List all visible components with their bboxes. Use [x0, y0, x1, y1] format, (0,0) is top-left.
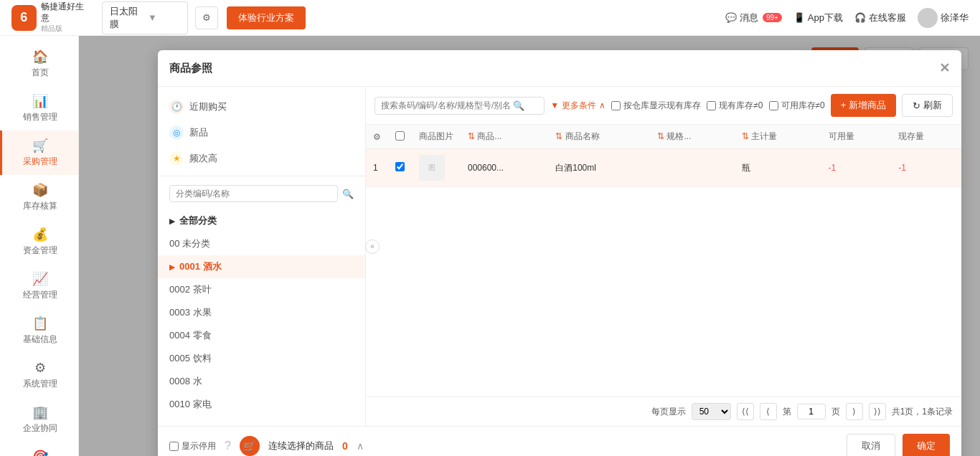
recent-purchase-item[interactable]: 🕐 近期购买 — [158, 94, 365, 120]
prev-page-button[interactable]: ⟨ — [760, 403, 777, 420]
logo-tag: 精品版 — [41, 24, 90, 34]
category-item-water[interactable]: 0008 水 — [158, 370, 365, 393]
settings-button[interactable]: ⚙ — [195, 6, 218, 29]
th-product-code[interactable]: ⇅ 商品... — [461, 125, 548, 149]
sidebar-item-business[interactable]: 📈 经营管理 — [0, 264, 78, 308]
last-page-button[interactable]: ⟩⟩ — [869, 403, 886, 420]
row-number: 1 — [366, 149, 388, 187]
collapse-panel-button[interactable]: « — [365, 239, 380, 254]
row-check-input[interactable] — [395, 162, 405, 171]
sidebar-item-finance[interactable]: 💰 资金管理 — [0, 219, 78, 264]
cancel-button[interactable]: 取消 — [847, 434, 895, 456]
category-list: ▶ 全部分类 00 未分类 ▶ 0001 酒水 0002 茶叶 — [158, 206, 365, 419]
sort-icon: ⇅ — [555, 131, 562, 141]
per-page-select[interactable]: 50 100 — [692, 403, 731, 420]
sidebar-item-basic-info[interactable]: 📋 基础信息 — [0, 308, 78, 353]
th-unit[interactable]: ⇅ 主计量 — [735, 125, 821, 149]
right-panel: 🔍 ▼ 更多条件 ∧ 按仓库显示现有库存 — [366, 87, 961, 426]
trial-button[interactable]: 体验行业方案 — [227, 6, 306, 29]
message-button[interactable]: 💬 消息 99+ — [725, 11, 782, 24]
frequent-item[interactable]: ★ 频次高 — [158, 146, 365, 171]
filter-bar: 🔍 ▼ 更多条件 ∧ 按仓库显示现有库存 — [366, 87, 961, 125]
category-item-tea[interactable]: 0002 茶叶 — [158, 278, 365, 301]
category-search-input[interactable] — [169, 185, 338, 202]
sidebar-item-label: 系统管理 — [23, 378, 57, 390]
search-icon[interactable]: 🔍 — [513, 100, 524, 111]
recent-purchase-label: 近期购买 — [189, 100, 227, 113]
product-search-input[interactable] — [381, 100, 510, 110]
help-icon[interactable]: ? — [225, 440, 231, 452]
sidebar-item-label: 基础信息 — [23, 333, 57, 346]
th-product-name[interactable]: ⇅ 商品名称 — [548, 125, 650, 149]
business-icon: 📈 — [32, 271, 48, 287]
available-nonzero-checkbox[interactable]: 可用库存≠0 — [769, 100, 825, 112]
store-dropdown[interactable]: 日太阳膜 ▼ — [102, 1, 188, 34]
top-navigation: 6 畅捷通好生意 精品版 日太阳膜 ▼ ⚙ 体验行业方案 💬 消息 99+ 📱 … — [0, 0, 980, 36]
th-code-label: 商品... — [477, 131, 501, 141]
logo-text: 畅捷通好生意 — [41, 1, 90, 24]
sidebar-item-label: 采购管理 — [23, 156, 57, 168]
new-product-item[interactable]: ◎ 新品 — [158, 120, 365, 146]
modal-header: 商品参照 ✕ — [158, 50, 961, 87]
category-label: 0001 酒水 — [179, 260, 222, 273]
home-icon: 🏠 — [32, 49, 48, 65]
cart-count: 0 — [342, 440, 348, 452]
category-item-drink[interactable]: 0005 饮料 — [158, 347, 365, 370]
row-available: -1 — [821, 149, 892, 187]
category-label: 全部分类 — [179, 214, 217, 227]
online-service-button[interactable]: 🎧 在线客服 — [854, 11, 906, 24]
warehouse-checkbox-input[interactable] — [611, 101, 621, 110]
arrow-icon: ▶ — [169, 217, 175, 225]
confirm-button[interactable]: 确定 — [903, 434, 950, 456]
more-conditions-label: 更多条件 — [562, 100, 596, 112]
sales-icon: 📊 — [32, 93, 48, 109]
category-item-snack[interactable]: 0004 零食 — [158, 324, 365, 347]
first-page-button[interactable]: ⟨⟨ — [737, 403, 754, 420]
more-conditions-button[interactable]: ▼ 更多条件 ∧ — [550, 100, 606, 112]
left-panel: 🕐 近期购买 ◎ 新品 ★ 频次高 🔍 — [158, 87, 366, 426]
avatar — [918, 8, 938, 28]
per-page-label: 每页显示 — [651, 406, 686, 418]
footer-collapse-icon[interactable]: ∧ — [357, 440, 364, 452]
user-profile[interactable]: 徐泽华 — [918, 8, 969, 28]
next-page-button[interactable]: ⟩ — [846, 403, 863, 420]
sidebar-item-system[interactable]: ⚙ 系统管理 — [0, 353, 78, 397]
modal-close-button[interactable]: ✕ — [939, 60, 950, 76]
category-all[interactable]: ▶ 全部分类 — [158, 209, 365, 232]
category-item-unclassified[interactable]: 00 未分类 — [158, 232, 365, 255]
sidebar-item-sales[interactable]: 📊 销售管理 — [0, 86, 78, 130]
inventory-icon: 📦 — [32, 182, 48, 198]
sidebar-item-enterprise[interactable]: 🏢 企业协同 — [0, 397, 78, 442]
footer-actions: 取消 确定 — [847, 434, 950, 456]
app-download-button[interactable]: 📱 App下载 — [793, 11, 843, 24]
nonzero-stock-checkbox[interactable]: 现有库存≠0 — [707, 100, 763, 112]
sidebar-item-purchase[interactable]: 🛒 采购管理 — [0, 130, 78, 175]
table-row[interactable]: 1 图 000600... 白酒100ml — [366, 149, 961, 187]
nonzero-stock-input[interactable] — [707, 101, 716, 110]
select-all-checkbox[interactable] — [395, 131, 405, 141]
th-unit-label: 主计量 — [751, 131, 777, 141]
sidebar-item-guide[interactable]: 🎯 新手引导 — [0, 442, 78, 456]
show-disabled-checkbox[interactable]: 显示停用 — [169, 440, 216, 452]
warehouse-display-checkbox[interactable]: 按仓库显示现有库存 — [611, 100, 701, 112]
main-layout: 🏠 首页 📊 销售管理 🛒 采购管理 📦 库存核算 💰 资金管理 📈 经营管理 … — [0, 36, 980, 456]
row-stock: -1 — [891, 149, 961, 187]
category-item-appliance[interactable]: 0010 家电 — [158, 393, 365, 416]
available-nonzero-input[interactable] — [769, 101, 778, 110]
th-spec[interactable]: ⇅ 规格... — [650, 125, 735, 149]
app-icon: 📱 — [793, 12, 805, 23]
finance-icon: 💰 — [32, 227, 48, 242]
add-product-button[interactable]: + 新增商品 — [831, 94, 896, 117]
category-item-liquor[interactable]: ▶ 0001 酒水 — [158, 255, 365, 278]
refresh-button[interactable]: ↻ 刷新 — [902, 94, 953, 117]
sidebar-item-inventory[interactable]: 📦 库存核算 — [0, 175, 78, 219]
th-stock-label: 现存量 — [898, 131, 924, 141]
page-number-input[interactable] — [797, 404, 826, 419]
search-icon[interactable]: 🔍 — [342, 189, 354, 199]
category-item-fruit[interactable]: 0003 水果 — [158, 301, 365, 324]
row-checkbox[interactable] — [388, 149, 412, 187]
gear-icon: ⚙ — [202, 12, 211, 23]
sidebar-item-home[interactable]: 🏠 首页 — [0, 42, 78, 86]
logo-area: 6 畅捷通好生意 精品版 — [11, 1, 90, 34]
show-disabled-input[interactable] — [169, 442, 179, 451]
